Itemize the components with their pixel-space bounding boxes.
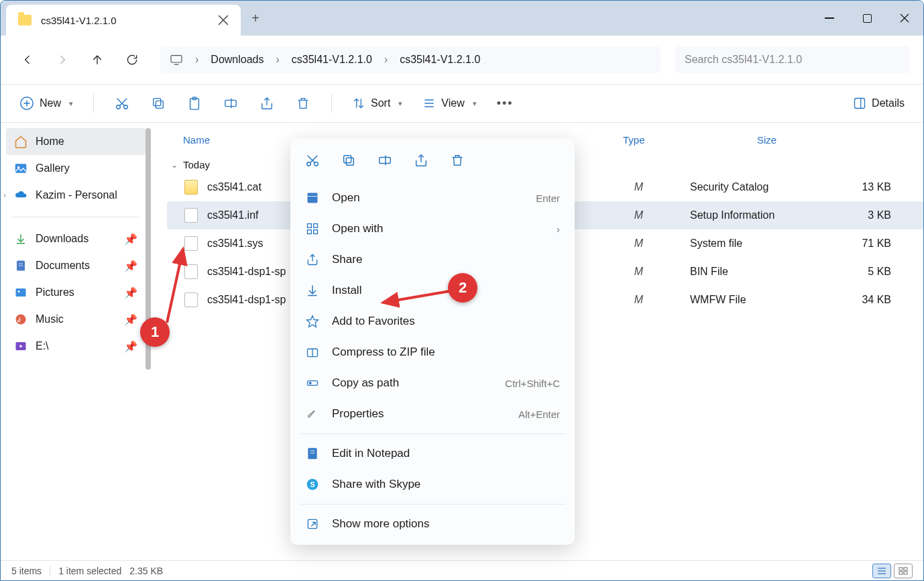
file-icon — [184, 293, 198, 307]
context-share-skype[interactable]: S Share with Skype — [290, 469, 575, 500]
details-button[interactable]: Details — [853, 97, 905, 110]
context-edit-notepad[interactable]: Edit in Notepad — [290, 438, 575, 469]
cut-button[interactable] — [114, 96, 130, 111]
maximize-button[interactable] — [848, 1, 886, 36]
paste-button[interactable] — [186, 96, 203, 111]
pin-icon: 📌 — [124, 313, 137, 326]
context-open[interactable]: Open Enter — [290, 182, 575, 213]
up-button[interactable] — [84, 46, 111, 73]
sidebar-item-home[interactable]: Home — [6, 128, 146, 155]
tab-title: cs35l41-V1.2.1.0 — [41, 15, 209, 26]
annotation-2: 2 — [448, 273, 477, 303]
pin-icon: 📌 — [124, 340, 137, 353]
rename-icon[interactable] — [378, 153, 392, 170]
svg-text:S: S — [310, 480, 314, 488]
delete-button[interactable] — [295, 96, 311, 111]
context-share[interactable]: Share — [290, 244, 575, 275]
svg-rect-61 — [308, 381, 318, 386]
details-view-button[interactable] — [872, 564, 891, 578]
view-button[interactable]: View▾ — [422, 97, 476, 110]
selected-count: 1 item selected — [58, 566, 121, 576]
svg-rect-49 — [308, 193, 318, 203]
more-button[interactable]: ••• — [497, 97, 514, 111]
context-compress-zip[interactable]: Compress to ZIP file — [290, 337, 575, 368]
svg-point-36 — [18, 290, 20, 293]
star-icon — [305, 314, 320, 329]
gallery-icon — [14, 162, 27, 175]
breadcrumb-item[interactable]: cs35l41-V1.2.1.0 — [292, 54, 372, 66]
context-show-more[interactable]: Show more options — [290, 509, 575, 539]
chevron-down-icon: ⌄ — [171, 160, 178, 170]
sidebar-item-drive-e[interactable]: E:\ 📌 — [6, 333, 146, 360]
new-button[interactable]: New▾ — [19, 96, 73, 111]
context-install[interactable]: Install — [290, 275, 575, 306]
svg-rect-73 — [899, 568, 903, 570]
statusbar: 5 items 1 item selected 2.35 KB — [1, 560, 923, 580]
svg-rect-14 — [156, 101, 163, 108]
delete-icon[interactable] — [450, 153, 465, 170]
svg-rect-28 — [15, 164, 27, 172]
new-tab-button[interactable]: + — [241, 1, 270, 36]
sidebar: Home Gallery › Kazim - Personal Download… — [1, 123, 151, 543]
svg-rect-35 — [16, 288, 26, 297]
context-add-favorites[interactable]: Add to Favorites — [290, 306, 575, 337]
column-size[interactable]: Size — [757, 134, 838, 146]
active-tab[interactable]: cs35l41-V1.2.1.0 — [6, 5, 241, 36]
tab-close-button[interactable] — [218, 15, 229, 25]
svg-rect-5 — [171, 56, 182, 62]
toolbar: New▾ Sort▾ View▾ ••• Details — [1, 84, 923, 123]
window-close-button[interactable] — [886, 1, 923, 36]
documents-icon — [14, 259, 27, 272]
breadcrumb-item[interactable]: Downloads — [211, 54, 264, 66]
back-button[interactable] — [14, 46, 41, 73]
onedrive-icon — [14, 189, 27, 202]
selected-size: 2.35 KB — [129, 566, 163, 576]
context-properties[interactable]: Properties Alt+Enter — [290, 399, 575, 429]
copy-icon[interactable] — [341, 153, 356, 170]
sort-button[interactable]: Sort▾ — [352, 97, 402, 110]
share-icon — [305, 252, 320, 267]
svg-rect-45 — [344, 156, 351, 163]
skype-icon: S — [305, 477, 320, 492]
file-icon — [184, 208, 198, 223]
svg-point-37 — [16, 315, 26, 325]
sidebar-item-gallery[interactable]: Gallery — [6, 155, 146, 182]
thumbnail-view-button[interactable] — [894, 564, 913, 578]
sidebar-item-pictures[interactable]: Pictures 📌 — [6, 279, 146, 306]
chevron-right-icon: › — [557, 223, 560, 235]
cut-icon[interactable] — [305, 153, 320, 170]
rename-button[interactable] — [223, 96, 239, 111]
item-count: 5 items — [11, 566, 42, 576]
breadcrumb-item[interactable]: cs35l41-V1.2.1.0 — [400, 54, 480, 66]
svg-rect-53 — [308, 230, 312, 234]
sidebar-item-onedrive[interactable]: › Kazim - Personal — [6, 182, 146, 209]
svg-rect-51 — [308, 224, 312, 228]
svg-point-62 — [309, 382, 311, 384]
forward-button[interactable] — [49, 46, 76, 73]
chevron-right-icon: › — [195, 54, 198, 66]
minimize-button[interactable] — [811, 1, 848, 36]
sidebar-item-documents[interactable]: Documents 📌 — [6, 252, 146, 279]
svg-rect-26 — [855, 99, 865, 109]
context-open-with[interactable]: Open with › — [290, 213, 575, 244]
download-icon — [14, 232, 27, 246]
context-copy-path[interactable]: Copy as path Ctrl+Shift+C — [290, 368, 575, 399]
breadcrumb[interactable]: › Downloads › cs35l41-V1.2.1.0 › cs35l41… — [160, 46, 660, 73]
path-icon — [305, 376, 320, 390]
chevron-right-icon: › — [3, 191, 6, 200]
search-input[interactable]: Search cs35l41-V1.2.1.0 — [675, 46, 910, 73]
svg-rect-46 — [380, 157, 391, 163]
sidebar-item-music[interactable]: Music 📌 — [6, 306, 146, 333]
share-icon[interactable] — [414, 153, 428, 170]
chevron-right-icon: › — [276, 54, 279, 66]
column-type[interactable]: Type — [623, 134, 757, 146]
copy-button[interactable] — [150, 96, 166, 111]
svg-rect-18 — [225, 100, 237, 106]
refresh-button[interactable] — [119, 46, 146, 73]
share-button[interactable] — [259, 96, 275, 111]
install-icon — [305, 283, 320, 298]
sidebar-item-downloads[interactable]: Downloads 📌 — [6, 225, 146, 252]
video-icon — [14, 339, 27, 353]
svg-rect-52 — [314, 224, 318, 228]
svg-line-69 — [311, 523, 315, 527]
